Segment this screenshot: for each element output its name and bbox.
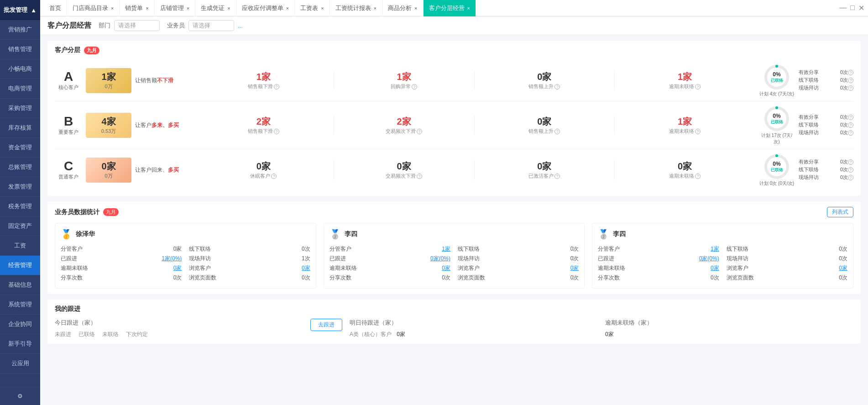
info-icon[interactable]: ? (417, 174, 422, 179)
sidebar-settings[interactable]: ⚙ (0, 387, 40, 405)
info-icon[interactable]: ? (848, 85, 853, 91)
tier-stat-label: 交易频次下滑? (386, 173, 422, 179)
sp-stat-row: 分管客户1家 (598, 244, 719, 254)
tomorrow-a-label: A类（核心）客户 (350, 331, 392, 337)
sidebar-item-经营管理[interactable]: 经营管理 (0, 256, 40, 275)
sidebar-item-资金管理[interactable]: 资金管理 (0, 138, 40, 158)
tab-close-icon[interactable]: × (187, 5, 189, 11)
info-icon[interactable]: ? (417, 129, 422, 134)
tab-销货单[interactable]: 销货单× (120, 0, 154, 16)
tab-close-icon[interactable]: × (321, 5, 324, 11)
window-minimize-icon[interactable]: — (839, 4, 847, 12)
sp-stat-val[interactable]: 0家 (570, 264, 579, 272)
info-icon[interactable]: ? (554, 84, 560, 89)
info-icon[interactable]: ? (695, 174, 701, 179)
sidebar-item-发票管理[interactable]: 发票管理 (0, 177, 40, 197)
window-close-icon[interactable]: ✕ (858, 4, 864, 12)
info-icon[interactable]: ? (848, 115, 853, 120)
info-icon[interactable]: ? (848, 175, 853, 180)
info-icon[interactable]: ? (848, 159, 853, 165)
info-icon[interactable]: ? (554, 129, 560, 134)
sidebar-item-企业协同[interactable]: 企业协同 (0, 315, 40, 334)
tab-close-icon[interactable]: × (286, 5, 289, 11)
sidebar-item-固定资产[interactable]: 固定资产 (0, 216, 40, 236)
info-icon[interactable]: ? (274, 129, 279, 134)
sp-stat-val[interactable]: 0家(0%) (430, 255, 450, 263)
list-view-button[interactable]: 列表式 (827, 207, 853, 217)
window-restore-icon[interactable]: □ (850, 4, 855, 12)
sp-stat-val[interactable]: 0家 (173, 264, 182, 272)
info-icon[interactable]: ? (848, 70, 853, 75)
sidebar-item-小畅电商[interactable]: 小畅电商 (0, 59, 40, 79)
sp-stat-val[interactable]: 0家 (839, 264, 847, 272)
sp-stat-row: 浏览客户0家 (458, 263, 579, 273)
sidebar-item-电商管理[interactable]: 电商管理 (0, 79, 40, 99)
tab-close-icon[interactable]: × (414, 5, 417, 11)
right-stat-label: 线下联络 (799, 121, 819, 128)
tab-生成凭证[interactable]: 生成凭证× (195, 0, 236, 16)
sidebar-item-新手引导[interactable]: 新手引导 (0, 334, 40, 354)
sidebar-item-基础信息[interactable]: 基础信息 (0, 275, 40, 295)
info-icon[interactable]: ? (695, 129, 701, 134)
tab-首页[interactable]: 首页 (44, 0, 67, 16)
tier-count-box: 1家0万 (86, 68, 131, 93)
tab-close-icon[interactable]: × (467, 5, 470, 11)
sidebar-collapse-icon[interactable]: ▲ (31, 7, 37, 14)
tab-应收应付调整单[interactable]: 应收应付调整单× (236, 0, 295, 16)
sp-header: 🥈李四 (329, 229, 579, 240)
sp-stat-row: 浏览页面数0次 (189, 273, 310, 283)
sidebar-item-工资[interactable]: 工资 (0, 236, 40, 256)
info-icon[interactable]: ? (271, 174, 277, 179)
info-icon[interactable]: ? (848, 78, 853, 83)
salesperson-select[interactable]: 请选择 (188, 20, 234, 31)
tab-close-icon[interactable]: × (146, 5, 148, 11)
tab-工资表[interactable]: 工资表× (295, 0, 329, 16)
sidebar-item-系统管理[interactable]: 系统管理 (0, 295, 40, 315)
sp-stat-row: 现场拜访0次 (727, 254, 847, 263)
info-icon[interactable]: ? (274, 84, 279, 89)
tab-门店商品目录[interactable]: 门店商品目录× (67, 0, 120, 16)
info-icon[interactable]: ? (848, 122, 853, 128)
sidebar-item-总账管理[interactable]: 总账管理 (0, 158, 40, 177)
sidebar-item-云应用[interactable]: 云应用 (0, 354, 40, 373)
info-icon[interactable]: ? (554, 174, 560, 179)
sp-stat-row: 分享次数0次 (598, 273, 719, 283)
sp-stat-val[interactable]: 1家 (442, 245, 450, 253)
sp-stat-val: 0次 (839, 274, 847, 282)
tab-商品分析[interactable]: 商品分析× (382, 0, 423, 16)
sp-stat-row: 逾期未联络0家 (61, 263, 182, 273)
sp-stat-label: 分享次数 (61, 274, 83, 282)
info-icon[interactable]: ? (695, 84, 701, 89)
tab-close-icon[interactable]: × (111, 5, 114, 11)
sp-stat-val[interactable]: 1家(0%) (162, 255, 182, 263)
dept-select[interactable]: 请选择 (114, 20, 160, 31)
tier-stat-num: 2家 (397, 116, 411, 128)
info-icon[interactable]: ? (848, 167, 853, 173)
info-icon[interactable]: ? (848, 130, 853, 136)
more-filters[interactable]: ... (238, 22, 243, 29)
tab-close-icon[interactable]: × (374, 5, 376, 11)
sidebar-item-营销推广[interactable]: 营销推广 (0, 20, 40, 40)
tier-row-C: C普通客户0家0万让客户回来、多买0家休眠客户?0家交易频次下滑?0家已激活客户… (55, 149, 853, 190)
sp-stat-val[interactable]: 0家 (442, 264, 450, 272)
sp-stat-label: 现场拜访 (727, 255, 748, 263)
sidebar-item-采购管理[interactable]: 采购管理 (0, 99, 40, 118)
info-icon[interactable]: ? (412, 84, 417, 89)
tab-close-icon[interactable]: × (227, 5, 230, 11)
sp-stat-row: 浏览客户0家 (189, 263, 310, 273)
sidebar-item-库存核算[interactable]: 库存核算 (0, 118, 40, 138)
sp-stat-val[interactable]: 0家 (711, 264, 719, 272)
sidebar-item-销售管理[interactable]: 销售管理 (0, 40, 40, 59)
tab-店铺管理[interactable]: 店铺管理× (155, 0, 195, 16)
tab-客户分层经营[interactable]: 客户分层经营× (424, 0, 476, 16)
goto-button[interactable]: 去跟进 (310, 319, 342, 331)
sp-stats-left: 分管客户1家已跟进0家(0%)逾期未联络0家分享次数0次 (329, 244, 450, 283)
sp-stat-val[interactable]: 1家 (711, 245, 719, 253)
salesperson-label: 业务员 (167, 21, 185, 30)
sp-stat-val[interactable]: 0家(0%) (699, 255, 719, 263)
tier-stat-label: 逾期未联络? (669, 173, 701, 179)
tier-stats: 2家销售额下滑?2家交易频次下滑?0家销售额上升?1家逾期未联络? (193, 116, 755, 135)
tab-工资统计报表[interactable]: 工资统计报表× (330, 0, 382, 16)
sp-stat-val[interactable]: 0家 (302, 264, 310, 272)
sidebar-item-税务管理[interactable]: 税务管理 (0, 197, 40, 216)
